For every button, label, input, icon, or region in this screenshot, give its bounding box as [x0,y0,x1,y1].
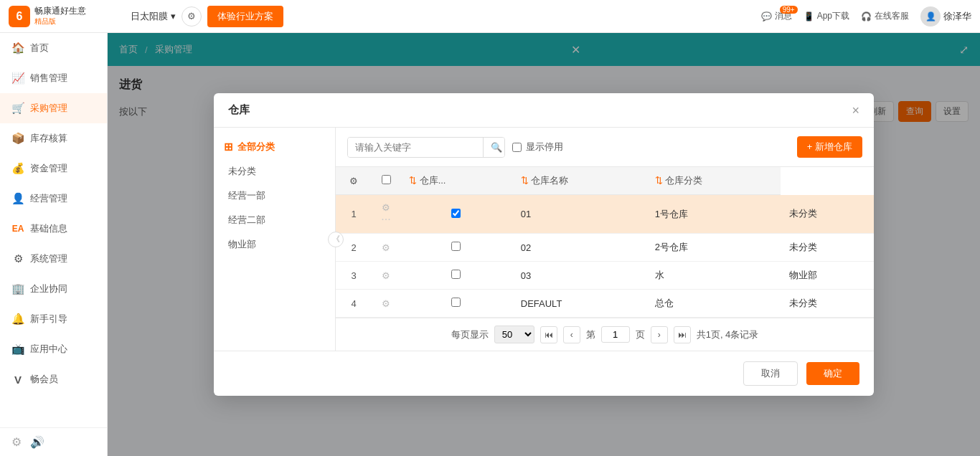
brand-sub: 精品版 [34,16,86,27]
warehouse-table: ⚙ ⇅ 仓库... [336,167,874,318]
category-item-3[interactable]: 物业部 [214,232,335,257]
cancel-button[interactable]: 取消 [743,361,798,386]
main-layout: 🏠 首页 📈 销售管理 🛒 采购管理 📦 库存核算 💰 资金管理 👤 经营管理 … [0,33,980,456]
sidebar-item-sales[interactable]: 📈 销售管理 [0,63,107,93]
messages-badge: 99+ [780,6,798,14]
category-item-1[interactable]: 经营一部 [214,184,335,208]
last-page-button[interactable]: ⏭ [674,326,691,343]
collapse-panel-button[interactable]: 《 [328,232,344,247]
category-panel: ⊞ 全部分类 未分类 经营一部 经营二部 物业部 [214,128,336,351]
all-categories-label: 全部分类 [237,141,275,153]
row-gear-icon: ⚙ [382,270,390,281]
headset-icon: 🎧 [861,11,872,22]
sidebar-item-appcenter[interactable]: 📺 应用中心 [0,334,107,364]
sort-icon: ⇅ [409,175,417,186]
add-warehouse-button[interactable]: + 新增仓库 [797,136,862,158]
sidebar-item-finance[interactable]: 💰 资金管理 [0,153,107,184]
sidebar-label-member: 畅会员 [30,373,58,386]
row-code: 02 [521,242,531,253]
settings-button[interactable]: ⚙ [182,6,202,27]
row-checkbox[interactable] [451,298,461,307]
search-icon-button[interactable]: 🔍 [483,138,505,157]
row-code-cell: DEFAULT [512,290,646,318]
sidebar-item-info[interactable]: EA 基础信息 [0,214,107,244]
sort-icon-3: ⇅ [655,175,663,186]
row-code: 03 [521,270,531,281]
prev-page-button[interactable]: ‹ [563,326,580,343]
row-index-cell: 1 [336,195,372,234]
sidebar-item-inventory[interactable]: 📦 库存核算 [0,123,107,153]
username-label: 徐泽华 [943,10,971,23]
home-icon: 🏠 [11,42,24,54]
messages-button[interactable]: 💬 消息 99+ [761,10,792,22]
col-category-label: 仓库分类 [665,175,702,186]
sidebar-item-member[interactable]: V 畅会员 [0,364,107,394]
sidebar-label-inventory: 库存核算 [30,132,67,145]
row-code: DEFAULT [521,298,562,309]
row-gear-cell: ⚙ ··· [372,262,400,290]
sidebar-label-sales: 销售管理 [30,72,67,85]
row-gear-cell: ⚙ ··· [372,234,400,262]
per-page-select[interactable]: 50 10 20 100 [494,326,534,343]
col-code-label: 仓库... [420,175,446,186]
row-checkbox[interactable] [451,242,461,251]
ops-icon: 👤 [11,192,24,205]
row-name-cell: 总仓 [646,290,781,318]
table-row: 2 ⚙ ··· 02 2号仓库 未分类 [336,234,874,262]
row-category: 未分类 [789,298,817,308]
all-categories-item[interactable]: ⊞ 全部分类 [214,135,335,159]
row-name: 2号仓库 [655,242,688,252]
modal-footer: 取消 确定 [214,351,874,396]
modal-close-button[interactable]: × [852,104,859,117]
app-download-button[interactable]: 📱 App下载 [804,10,849,22]
company-selector[interactable]: 日太阳膜 ▾ [131,10,176,23]
member-icon: V [11,373,24,386]
system-icon: ⚙ [11,252,24,265]
online-service-label: 在线客服 [875,10,909,22]
table-header-row: ⚙ ⇅ 仓库... [336,167,874,195]
search-input[interactable] [348,138,483,157]
table-row: 4 ⚙ ··· DEFAULT 总仓 未分类 [336,290,874,318]
row-category: 未分类 [789,208,817,219]
modal-body: ⊞ 全部分类 未分类 经营一部 经营二部 物业部 [214,128,874,351]
row-index-cell: 3 [336,262,372,290]
sidebar-item-home[interactable]: 🏠 首页 [0,33,107,63]
row-index-cell: 4 [336,290,372,318]
page-label: 第 [586,328,595,341]
trial-button[interactable]: 体验行业方案 [207,6,283,27]
volume-icon[interactable]: 🔊 [30,435,44,449]
select-all-checkbox[interactable] [382,175,391,184]
sidebar-item-enterprise[interactable]: 🏢 企业协同 [0,274,107,304]
category-item-0[interactable]: 未分类 [214,159,335,184]
gear-icon: ⚙ [187,11,196,22]
inventory-icon: 📦 [11,132,24,145]
sidebar-label-finance: 资金管理 [30,162,67,175]
user-menu[interactable]: 👤 徐泽华 [920,6,971,27]
row-gear-icon: ⚙ [382,242,390,253]
search-bar: 🔍 显示停用 + 新增仓库 [336,128,874,167]
row-checkbox[interactable] [451,209,461,218]
next-page-button[interactable]: › [651,326,668,343]
confirm-button[interactable]: 确定 [806,362,859,385]
col-name-header: ⇅ 仓库名称 [512,167,646,195]
row-checkbox[interactable] [451,270,461,279]
sidebar-item-purchase[interactable]: 🛒 采购管理 [0,93,107,123]
row-name-cell: 1号仓库 [646,195,781,234]
first-page-button[interactable]: ⏮ [540,326,557,343]
category-item-2[interactable]: 经营二部 [214,208,335,232]
row-gear-icon: ⚙ [382,202,390,213]
row-dots-button[interactable]: ··· [381,213,390,225]
online-service-button[interactable]: 🎧 在线客服 [861,10,909,22]
sidebar-item-guide[interactable]: 🔔 新手引导 [0,304,107,334]
row-name-cell: 水 [646,262,781,290]
grid-icon: ⊞ [224,141,233,153]
sidebar-item-system[interactable]: ⚙ 系统管理 [0,244,107,274]
show-disabled-checkbox[interactable] [512,143,522,152]
row-category-cell: 未分类 [781,234,874,262]
modal-title: 仓库 [228,103,250,117]
row-code: 01 [521,209,531,219]
page-number-input[interactable] [601,326,630,343]
settings-bottom-icon[interactable]: ⚙ [11,435,22,449]
row-category-cell: 物业部 [781,262,874,290]
sidebar-item-ops[interactable]: 👤 经营管理 [0,184,107,214]
